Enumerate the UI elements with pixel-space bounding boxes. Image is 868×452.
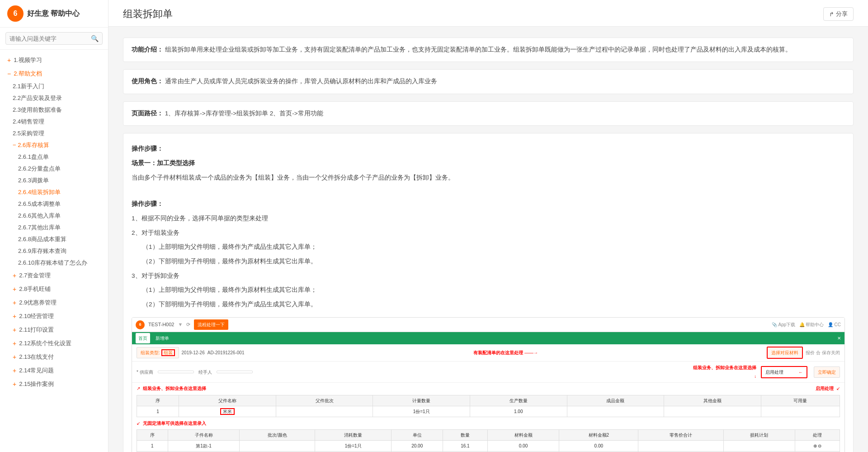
- th-other-amt: 其他金额: [664, 395, 761, 406]
- sidebar-item-262[interactable]: 2.6.2分量盘点单: [0, 163, 108, 175]
- td-avail: [761, 406, 840, 417]
- arrow-down-icon: ↓: [754, 374, 756, 379]
- ops-title: 操作步骤：: [132, 143, 845, 155]
- th-parent-name: 父件名称: [179, 395, 276, 406]
- sim-type-btn[interactable]: 组装类型: 组装: [137, 347, 179, 358]
- sidebar-item-264[interactable]: 2.6.4组装拆卸单: [0, 186, 108, 198]
- share-button[interactable]: ↱ 分享: [823, 7, 854, 21]
- role-label: 使用角色：: [132, 78, 163, 85]
- th-avail: 可用量: [761, 395, 840, 406]
- sidebar-item-21[interactable]: 2.1新手入门: [0, 81, 108, 92]
- sidebar-item-22[interactable]: 2.2产品安装及登录: [0, 92, 108, 104]
- sidebar-item-docs[interactable]: − 2.帮助文档: [0, 67, 108, 81]
- logo-icon: 6: [7, 5, 24, 22]
- th-parent-batch: 父件批次: [276, 395, 373, 406]
- th-sale-qty: 计量数量: [373, 395, 470, 406]
- search-input[interactable]: [9, 35, 91, 42]
- sim-annot2-text: 组装业务、拆卸业务在这里选择: [143, 384, 206, 393]
- search-icon[interactable]: 🔍: [91, 35, 99, 42]
- sim-annot4-row: ↙ 无固定清单可供选择在这里录入: [132, 418, 844, 428]
- sim-dropdown-icon: ▼: [178, 320, 183, 329]
- sidebar-item-213[interactable]: + 2.13在线支付: [0, 350, 108, 364]
- lth-consume: 消耗数量: [315, 430, 392, 441]
- sidebar-item-211[interactable]: + 2.11打印设置: [0, 323, 108, 337]
- table-row: 1 米米 1份=1只 1.00: [137, 406, 840, 417]
- lth-mat-amt: 材料金额: [487, 430, 559, 441]
- sim-handler-input[interactable]: [217, 371, 253, 373]
- arrow-right-icon: ——→: [524, 350, 538, 355]
- sim-nav-new[interactable]: 新增单: [153, 333, 172, 343]
- plus-icon-29: +: [13, 299, 16, 306]
- step3-sub2: （2）下部明细为子件明细，最终作为产成品生成其它入库单。: [132, 299, 845, 310]
- lth-mat-amt2: 材料金额2: [559, 430, 638, 441]
- nav-tree: + 1.视频学习 − 2.帮助文档 2.1新手入门 2.2产品安装及登录 2.3…: [0, 50, 108, 452]
- sim-top-bar: 6 TEST-H002 ▼ ⟳ 流程处理一下 📎 App下载 🔔 帮助中心 👤 …: [132, 318, 844, 332]
- sim-screenshot: 6 TEST-H002 ▼ ⟳ 流程处理一下 📎 App下载 🔔 帮助中心 👤 …: [132, 318, 844, 452]
- plus-icon: +: [7, 57, 11, 64]
- sidebar-item-265[interactable]: 2.6.5成本调整单: [0, 198, 108, 210]
- sidebar-item-29[interactable]: + 2.9优惠券管理: [0, 296, 108, 309]
- plus-icon-211: +: [13, 326, 16, 333]
- plus-icon-213: +: [13, 353, 16, 361]
- sidebar-item-28[interactable]: + 2.8手机旺铺: [0, 282, 108, 296]
- sim-supplier-input[interactable]: [158, 371, 194, 373]
- down-arrow-icon: ↗: [137, 384, 140, 393]
- sim-nav-home[interactable]: 首页: [136, 333, 150, 343]
- sidebar-item-2610[interactable]: 2.6.10库存账本错了怎么办: [0, 257, 108, 269]
- path-block: 页面路径： 1、库存核算->库存管理->组装拆卸单 2、首页->常用功能: [123, 101, 854, 126]
- sim-nav-close[interactable]: ✕: [837, 334, 841, 343]
- sidebar-item-268[interactable]: 2.6.8商品成本重算: [0, 233, 108, 245]
- sim-annot3-box: 启用处理 ←: [761, 366, 807, 378]
- lth-retail: 零售价合计: [638, 430, 723, 441]
- sim-form-row: * 供应商 经手人 组装业务、拆卸业务在这里选择 ↓ 启用处理 ←: [132, 362, 844, 383]
- role-text: 通常由生产人员或库管人员完成拆装业务的操作，库管人员确认原材料的出库和产成品的入…: [165, 78, 437, 85]
- sidebar-item-269[interactable]: 2.6.9库存账本查询: [0, 245, 108, 257]
- sidebar-item-266[interactable]: 2.6.6其他入库单: [0, 210, 108, 222]
- scene-intro: 当由多个子件材料组装成一个成品的业务为【组装】业务，当由一个父件拆分成多个子产品…: [132, 172, 845, 184]
- sim-refresh-icon: ⟳: [186, 320, 190, 329]
- td-parent-name-highlight: 米米: [220, 408, 235, 415]
- sidebar-item-212[interactable]: + 2.12系统个性化设置: [0, 337, 108, 350]
- sidebar-item-27[interactable]: + 2.7资金管理: [0, 269, 108, 282]
- sim-form-label1: * 供应商: [137, 368, 153, 376]
- main-content: 组装拆卸单 ↱ 分享 功能介绍： 组装拆卸单用来处理企业组装或拆卸等加工业务，支…: [108, 0, 868, 452]
- func-intro-text: 组装拆卸单用来处理企业组装或拆卸等加工业务，支持有固定装配清单的产品加工业务，也…: [165, 46, 792, 53]
- content-header: 组装拆卸单 ↱ 分享: [108, 0, 868, 27]
- sim-select-btn[interactable]: 选择对应材料: [767, 347, 803, 359]
- sidebar-item-267[interactable]: 2.6.7其他出库单: [0, 222, 108, 233]
- sidebar-item-263[interactable]: 2.6.3调拨单: [0, 175, 108, 186]
- content-body: 功能介绍： 组装拆卸单用来处理企业组装或拆卸等加工业务，支持有固定装配清单的产品…: [108, 27, 868, 452]
- sim-upper-table: 序 父件名称 父件批次 计量数量 生产数量 成品金额 其他金额 可用量: [137, 395, 840, 417]
- sidebar-item-26[interactable]: − 2.6库存核算: [0, 139, 108, 151]
- sidebar-item-25[interactable]: 2.5采购管理: [0, 128, 108, 139]
- lth-batch: 批次/颜色: [240, 430, 315, 441]
- sim-process-btn[interactable]: 流程处理一下: [194, 319, 228, 330]
- plus-icon-210: +: [13, 313, 16, 320]
- arrow-left-icon: ←: [798, 370, 803, 375]
- sidebar-item-215[interactable]: + 2.15操作案例: [0, 377, 108, 391]
- sim-toolbar1: 组装类型: 组装 2019-12-26 AD-20191226-001 有装配清…: [132, 344, 844, 362]
- sidebar-item-261[interactable]: 2.6.1盘点单: [0, 151, 108, 163]
- sidebar-item-214[interactable]: + 2.14常见问题: [0, 364, 108, 377]
- sidebar-item-24[interactable]: 2.4销售管理: [0, 116, 108, 128]
- sim-topright: 📎 App下载 🔔 帮助中心 👤 CC: [772, 320, 841, 329]
- step3-sub1: （1）上部明细为父件明细，最终作为原材料生成其它出库单；: [132, 284, 845, 296]
- func-intro-label: 功能介绍：: [132, 46, 163, 53]
- lth-child-name: 子件名称: [168, 430, 239, 441]
- down-arrow-icon2: ↙: [137, 419, 140, 428]
- sidebar-item-video[interactable]: + 1.视频学习: [0, 53, 108, 67]
- th-prod-qty: 生产数量: [470, 395, 567, 406]
- sim-logo: 6: [136, 320, 145, 329]
- td-other-amt: [664, 406, 761, 417]
- sim-date: 2019-12-26: [182, 348, 205, 357]
- sim-confirm-btn[interactable]: 立即确定: [814, 366, 840, 378]
- ops-section: 操作步骤： 场景一：加工类型选择 当由多个子件材料组装成一个成品的业务为【组装】…: [123, 133, 854, 452]
- logo-title: 好生意 帮助中心: [27, 9, 80, 19]
- step2-sub2: （2）下部明细为子件明细，最终作为原材料生成其它出库单。: [132, 256, 845, 267]
- sidebar-item-210[interactable]: + 2.10经营管理: [0, 309, 108, 323]
- th-prod-amt: 成品金额: [567, 395, 664, 406]
- sim-id: AD-20191226-001: [208, 348, 245, 357]
- sidebar-item-23[interactable]: 2.3使用前数据准备: [0, 104, 108, 116]
- sim-form-label2: 经手人: [198, 368, 212, 376]
- search-area: 🔍: [0, 28, 108, 50]
